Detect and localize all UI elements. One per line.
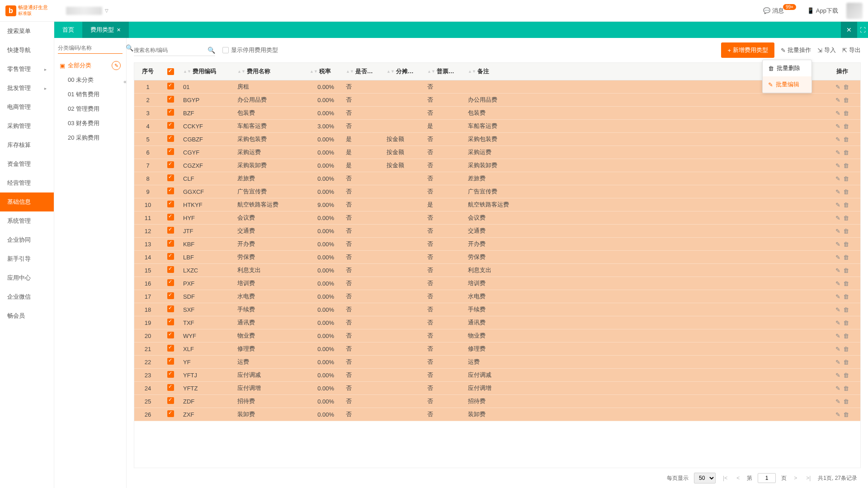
delete-row-icon[interactable]: 🗑 — [843, 346, 849, 352]
nav-item[interactable]: 系统管理 — [0, 211, 54, 230]
delete-row-icon[interactable]: 🗑 — [843, 372, 849, 379]
category-item[interactable]: 03 财务费用 — [66, 116, 123, 131]
checkbox-checked-icon[interactable] — [167, 188, 174, 194]
cell-checkbox[interactable] — [161, 172, 179, 185]
cell-checkbox[interactable] — [161, 303, 179, 316]
checkbox-checked-icon[interactable] — [167, 214, 174, 221]
edit-row-icon[interactable]: ✎ — [835, 293, 840, 300]
cell-checkbox[interactable] — [161, 80, 179, 94]
nav-item[interactable]: 零售管理▸ — [0, 60, 54, 79]
checkbox-checked-icon[interactable] — [167, 253, 174, 260]
cell-checkbox[interactable] — [161, 369, 179, 382]
delete-row-icon[interactable]: 🗑 — [843, 306, 849, 313]
delete-row-icon[interactable]: 🗑 — [843, 97, 849, 103]
edit-row-icon[interactable]: ✎ — [835, 175, 840, 182]
delete-row-icon[interactable]: 🗑 — [843, 215, 849, 221]
cell-checkbox[interactable] — [161, 238, 179, 251]
checkbox-checked-icon[interactable] — [167, 109, 174, 116]
checkbox-checked-icon[interactable] — [167, 332, 174, 338]
edit-row-icon[interactable]: ✎ — [835, 254, 840, 261]
search-icon[interactable]: 🔍 — [126, 44, 133, 52]
cell-checkbox[interactable] — [161, 185, 179, 198]
cell-checkbox[interactable] — [161, 225, 179, 238]
search-icon[interactable]: 🔍 — [208, 47, 215, 54]
table-row[interactable]: 21XLF修理费0.00%否否修理费✎🗑 — [134, 343, 860, 356]
delete-row-icon[interactable]: 🗑 — [843, 398, 849, 405]
batch-edit-item[interactable]: ✎ 批量编辑 — [763, 76, 811, 93]
cell-checkbox[interactable] — [161, 329, 179, 343]
table-row[interactable]: 24YFTZ应付调增0.00%否否应付调增✎🗑 — [134, 382, 860, 395]
export-button[interactable]: ⇱ 导出 — [842, 46, 861, 54]
checkbox-checked-icon[interactable] — [167, 305, 174, 312]
per-page-select[interactable]: 50 — [694, 473, 716, 483]
tab-expense-type[interactable]: 费用类型 ✕ — [82, 22, 129, 38]
col-code[interactable]: ▲▼费用编码 — [179, 63, 234, 80]
checkbox-checked-icon[interactable] — [167, 384, 174, 391]
table-row[interactable]: 7CGZXF采购装卸费0.00%是按金额否采购装卸费✎🗑 — [134, 159, 860, 172]
cell-checkbox[interactable] — [161, 120, 179, 133]
table-row[interactable]: 23YFTJ应付调减0.00%否否应付调减✎🗑 — [134, 369, 860, 382]
checkbox-checked-icon[interactable] — [167, 227, 174, 234]
edit-row-icon[interactable]: ✎ — [835, 110, 840, 117]
edit-row-icon[interactable]: ✎ — [835, 306, 840, 313]
edit-row-icon[interactable]: ✎ — [835, 333, 840, 339]
cell-checkbox[interactable] — [161, 382, 179, 395]
table-row[interactable]: 20WYF物业费0.00%否否物业费✎🗑 — [134, 329, 860, 343]
edit-row-icon[interactable]: ✎ — [835, 162, 840, 169]
table-row[interactable]: 14LBF劳保费0.00%否否劳保费✎🗑 — [134, 251, 860, 264]
delete-row-icon[interactable]: 🗑 — [843, 359, 849, 366]
prev-page-button[interactable]: < — [735, 474, 741, 482]
nav-item[interactable]: 经营管理 — [0, 174, 54, 192]
checkbox-checked-icon[interactable] — [167, 319, 174, 325]
table-row[interactable]: 12JTF交通费0.00%否否交通费✎🗑 — [134, 225, 860, 238]
delete-row-icon[interactable]: 🗑 — [843, 110, 849, 117]
delete-row-icon[interactable]: 🗑 — [843, 149, 849, 156]
next-page-button[interactable]: > — [792, 474, 799, 482]
cell-checkbox[interactable] — [161, 343, 179, 356]
checkbox-checked-icon[interactable] — [167, 371, 174, 378]
cell-checkbox[interactable] — [161, 356, 179, 369]
checkbox-checked-icon[interactable] — [167, 161, 174, 168]
col-vat[interactable]: ▲▼普票… — [424, 63, 464, 80]
delete-row-icon[interactable]: 🗑 — [843, 188, 849, 195]
delete-row-icon[interactable]: 🗑 — [843, 293, 849, 300]
table-row[interactable]: 4CCKYF车船客运费3.00%否是车船客运费✎🗑 — [134, 120, 860, 133]
checkbox-checked-icon[interactable] — [167, 279, 174, 286]
table-row[interactable]: 5CGBZF采购包装费0.00%是按金额否采购包装费✎🗑 — [134, 133, 860, 146]
checkbox-checked-icon[interactable] — [167, 201, 174, 207]
checkbox-checked-icon[interactable] — [167, 358, 174, 365]
edit-row-icon[interactable]: ✎ — [835, 123, 840, 130]
table-row[interactable]: 15LXZC利息支出0.00%否否利息支出✎🗑 — [134, 264, 860, 277]
delete-row-icon[interactable]: 🗑 — [843, 84, 849, 90]
category-item[interactable]: 00 未分类 — [66, 73, 123, 87]
table-row[interactable]: 17SDF水电费0.00%否否水电费✎🗑 — [134, 290, 860, 303]
import-button[interactable]: ⇲ 导入 — [817, 46, 836, 54]
cell-checkbox[interactable] — [161, 264, 179, 277]
table-row[interactable]: 25ZDF招待费0.00%否否招待费✎🗑 — [134, 395, 860, 408]
col-tax[interactable]: ▲▼税率 — [306, 63, 342, 80]
checkbox-checked-icon[interactable] — [167, 96, 174, 103]
edit-row-icon[interactable]: ✎ — [835, 84, 840, 90]
col-select-all[interactable] — [161, 63, 179, 80]
checkbox-checked-icon[interactable] — [167, 410, 174, 417]
category-root[interactable]: ▣ 全部分类 ✎ — [58, 58, 123, 73]
batch-ops-button[interactable]: ✎ 批量操作 — [781, 46, 811, 54]
table-search-input[interactable] — [134, 47, 208, 53]
delete-row-icon[interactable]: 🗑 — [843, 202, 849, 208]
checkbox-checked-icon[interactable] — [167, 68, 174, 75]
table-row[interactable]: 16PXF培训费0.00%否否培训费✎🗑 — [134, 277, 860, 290]
cell-checkbox[interactable] — [161, 277, 179, 290]
delete-row-icon[interactable]: 🗑 — [843, 123, 849, 130]
category-search-input[interactable] — [58, 45, 126, 51]
delete-row-icon[interactable]: 🗑 — [843, 411, 849, 418]
table-row[interactable]: 101房租0.00%否否✎🗑 — [134, 80, 860, 94]
add-expense-type-button[interactable]: + 新增费用类型 — [721, 42, 774, 58]
checkbox-checked-icon[interactable] — [167, 345, 174, 352]
edit-row-icon[interactable]: ✎ — [835, 188, 840, 195]
nav-item[interactable]: 库存核算 — [0, 136, 54, 155]
tab-home[interactable]: 首页 — [54, 22, 82, 38]
nav-item[interactable]: 搜索菜单 — [0, 22, 54, 41]
close-all-tabs-button[interactable]: ✕ — [841, 22, 857, 38]
delete-row-icon[interactable]: 🗑 — [843, 319, 849, 326]
edit-row-icon[interactable]: ✎ — [835, 136, 840, 143]
